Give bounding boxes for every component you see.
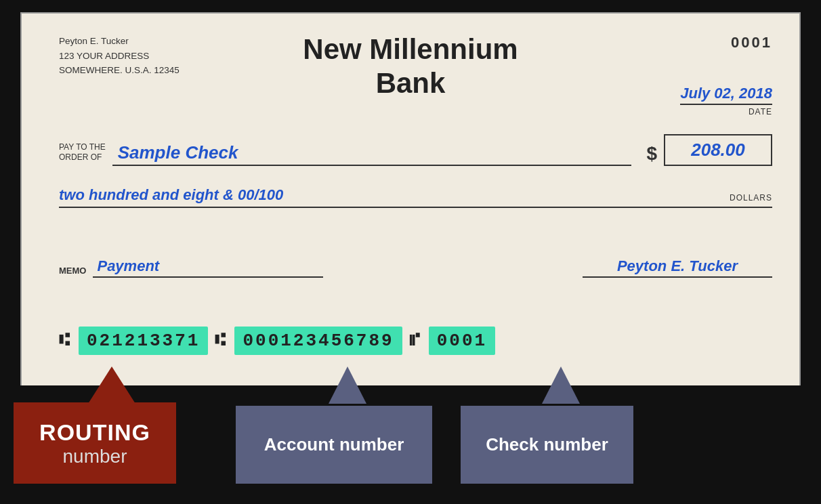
pay-to-row: PAY TO THE ORDER OF Sample Check $ 208.0… (59, 134, 772, 166)
date-value: July 02, 2018 (680, 85, 772, 105)
routing-label-box: ROUTING number (14, 402, 176, 484)
account-label-text: Account number (264, 434, 404, 455)
memo-value: Payment (93, 257, 159, 274)
check-arrow (542, 366, 580, 404)
owner-address: Peyton E. Tucker 123 YOUR ADDRESS SOMEWH… (59, 34, 180, 78)
amount-box: 208.00 (664, 134, 772, 166)
check-number-top: 0001 (731, 34, 772, 51)
check-container: 0001 Peyton E. Tucker 123 YOUR ADDRESS S… (20, 12, 801, 408)
routing-arrow (88, 366, 135, 404)
memo-label: MEMO (59, 266, 86, 276)
routing-label-top: ROUTING (39, 419, 150, 446)
written-amount: two hundred and eight & 00/100 (59, 186, 723, 204)
pay-to-label: PAY TO THE ORDER OF (59, 142, 106, 163)
date-label: DATE (680, 107, 772, 117)
check-label-box: Check number (461, 406, 633, 484)
memo-line: Payment (93, 257, 323, 278)
owner-name: Peyton E. Tucker (59, 34, 180, 49)
micr-open-symbol: ⑆ (59, 331, 72, 351)
dollar-sign: $ (646, 143, 657, 165)
account-arrow (329, 366, 366, 404)
written-amount-row: two hundred and eight & 00/100 DOLLARS (59, 186, 772, 208)
signature-value: Peyton E. Tucker (617, 257, 738, 274)
bottom-bar: ROUTING number Account number Check numb… (0, 385, 821, 504)
bank-name: New Millennium Bank (303, 33, 518, 101)
signature-area: Peyton E. Tucker (583, 257, 772, 278)
date-area: July 02, 2018 DATE (680, 85, 772, 117)
micr-dash-symbol: ⑈ (409, 331, 422, 351)
micr-row: ⑆ 021213371 ⑆ 000123456789 ⑈ 0001 (59, 327, 772, 355)
routing-number: 021213371 (79, 327, 208, 355)
account-number: 000123456789 (234, 327, 402, 355)
address-line1: 123 YOUR ADDRESS (59, 49, 180, 64)
payee-line: Sample Check (112, 142, 632, 166)
memo-row: MEMO Payment Peyton E. Tucker (59, 257, 772, 278)
check-number-micr: 0001 (429, 327, 495, 355)
address-line2: SOMEWHERE. U.S.A. 12345 (59, 63, 180, 78)
routing-label-bottom: number (63, 446, 127, 467)
micr-close-symbol: ⑆ (215, 331, 228, 351)
payee-name: Sample Check (112, 142, 238, 163)
check-label-text: Check number (486, 434, 608, 455)
dollars-label: DOLLARS (730, 193, 772, 203)
account-label-box: Account number (236, 406, 432, 484)
